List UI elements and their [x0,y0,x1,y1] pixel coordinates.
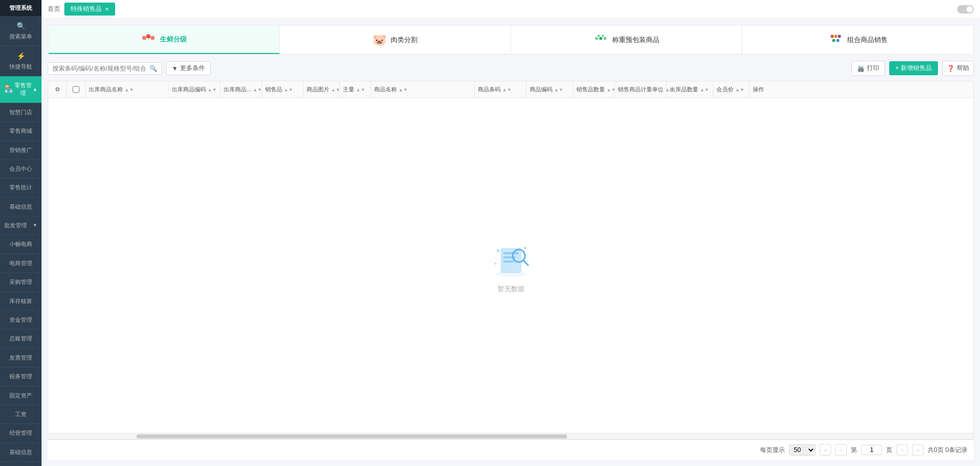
sidebar-item-label: 总账管理 [9,335,32,342]
tab-label: 肉类分割 [391,35,418,45]
th-checkbox[interactable] [67,81,86,98]
sort-icon[interactable]: ▲▼ [125,87,134,92]
sidebar-item-label: 零售商城 [9,127,32,135]
toggle-switch[interactable] [957,5,974,13]
sort-icon[interactable]: ▲▼ [735,87,744,92]
filter-icon: ▼ [172,65,178,72]
th-good-name: 商品名称 ▲▼ [371,81,475,98]
tab-label: 特殊销售品 [71,5,102,13]
tab-label: 称重预包装商品 [612,35,659,45]
sidebar-item-invoice[interactable]: 发票管理 [0,349,42,367]
sidebar-item-label: 采购管理 [9,278,32,286]
th-wh-code: 出库商品编码 ▲▼ [169,81,220,98]
th-op: 操作 [750,81,973,98]
sort-icon[interactable]: ▲▼ [356,87,365,92]
th-settings[interactable]: ⚙ [48,81,67,98]
sidebar-item-basic-info[interactable]: 基础信息 [0,198,42,216]
svg-point-10 [838,35,841,38]
sort-icon[interactable]: ▲▼ [253,87,262,92]
next-page-button[interactable]: › [896,444,908,456]
svg-point-8 [831,35,834,38]
print-button[interactable]: 🖨️ 打印 [851,61,885,76]
th-main: 主量 ▲▼ [340,81,371,98]
sort-icon[interactable]: ▲▼ [284,87,293,92]
sidebar-item-wholesale-mgmt[interactable]: 批发管理 ▼ [0,216,42,235]
help-button[interactable]: ❓ 帮助 [942,61,974,76]
fresh-grade-icon [141,33,156,46]
sidebar-item-finance[interactable]: 资金管理 [0,311,42,330]
help-icon: ❓ [947,65,955,72]
prev-page-button[interactable]: ‹ [835,444,847,456]
sidebar-item-wages[interactable]: 工资 [0,405,42,424]
tab-fresh-grade[interactable]: 生鲜分级 [48,25,280,54]
per-page-label: 每页显示 [760,446,785,455]
th-barcode: 商品条码 ▲▼ [475,81,527,98]
th-edit-code: 商品编码 ▲▼ [527,81,573,98]
print-icon: 🖨️ [857,65,865,72]
sort-icon[interactable]: ▲▼ [398,87,408,92]
sidebar-item-retail-mgmt[interactable]: 🏪 零售管理 ▲ [0,76,42,103]
sidebar-item-fixed-assets[interactable]: 固定资产 [0,387,42,405]
sidebar-item-basic-info2[interactable]: 基础信息 [0,443,42,462]
sidebar-item-search[interactable]: 🔍 搜索菜单 [0,16,42,46]
svg-point-22 [494,263,496,265]
combo-icon [829,33,843,46]
svg-point-0 [142,36,146,40]
svg-point-12 [836,39,839,42]
sidebar-item-label: 零售统计 [9,184,32,191]
sidebar-item-mini-shop[interactable]: 小畅电商 [0,235,42,254]
tab-close-icon[interactable]: ✕ [105,6,109,12]
search-box[interactable]: 🔍 [48,62,162,75]
svg-point-11 [832,39,835,42]
sidebar-item-inventory[interactable]: 库存核算 [0,292,42,311]
per-page-select[interactable]: 10 20 50 100 [789,444,816,456]
topbar: 首页 特殊销售品 ✕ [42,0,980,19]
tab-meat-cut[interactable]: 🐷 肉类分割 [280,25,511,54]
sidebar-item-label: 智慧门店 [9,108,32,116]
sidebar-item-retail-mall[interactable]: 零售商城 [0,122,42,141]
topbar-right [957,5,974,13]
sidebar-item-label: 批发管理 [4,222,27,229]
tab-combo[interactable]: 组合商品销售 [742,25,973,54]
sidebar-item-tax[interactable]: 税务管理 [0,367,42,386]
sidebar-item-purchase[interactable]: 采购管理 [0,273,42,292]
sidebar-item-smart-store[interactable]: 智慧门店 [0,103,42,122]
tab-weigh-pkg[interactable]: 称重预包装商品 [511,25,742,54]
horizontal-scrollbar[interactable] [48,433,973,439]
filter-button[interactable]: ▼ 更多条件 [166,61,211,75]
topbar-active-tab[interactable]: 特殊销售品 ✕ [64,3,115,16]
home-link[interactable]: 首页 [48,5,60,13]
scroll-thumb[interactable] [136,434,567,438]
sort-icon[interactable]: ▲▼ [554,87,563,92]
content-area: 生鲜分级 🐷 肉类分割 称重预包装商品 [42,19,980,466]
sidebar-item-label: 基础信息 [9,203,32,211]
tab-label: 组合商品销售 [847,35,888,45]
sidebar-item-sys-mgmt[interactable]: 系统管理 [0,462,42,466]
sort-icon[interactable]: ▲▼ [700,87,709,92]
sort-icon[interactable]: ▲▼ [208,87,217,92]
last-page-button[interactable]: » [912,444,923,456]
sidebar-item-quicknav[interactable]: ⚡ 快捷导航 [0,46,42,76]
tab-label: 生鲜分级 [160,35,187,44]
sidebar-item-ecommerce[interactable]: 电商管理 [0,254,42,273]
th-member-price: 会员价 ▲▼ [713,81,750,98]
sidebar-item-ops-mgmt[interactable]: 经营管理 [0,424,42,443]
search-menu-icon: 🔍 [17,21,25,32]
svg-point-9 [834,35,837,38]
toolbar-right: 🖨️ 打印 + 新增销售品 ❓ 帮助 [851,61,974,76]
sort-icon[interactable]: ▲▼ [502,87,512,92]
sidebar-item-member[interactable]: 会员中心 [0,160,42,179]
add-button[interactable]: + 新增销售品 [889,61,938,75]
print-label: 打印 [867,64,879,73]
page-input[interactable] [861,445,882,455]
search-input[interactable] [52,65,147,72]
svg-rect-15 [503,252,519,254]
select-all-checkbox[interactable] [73,86,79,93]
sidebar-item-marketing[interactable]: 营销推广 [0,141,42,160]
sort-icon[interactable]: ▲▼ [331,87,340,92]
svg-point-2 [150,36,155,40]
sidebar-item-retail-stats[interactable]: 零售统计 [0,179,42,197]
sidebar-item-ledger[interactable]: 总账管理 [0,330,42,348]
sidebar-item-label: 发票管理 [9,354,32,362]
first-page-button[interactable]: « [820,444,831,456]
